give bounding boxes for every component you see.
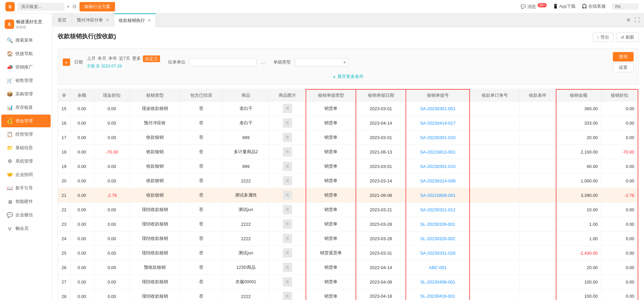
sidebar-item-marketing[interactable]: 📣 营销推广 [1,61,51,74]
refresh-btn[interactable]: ↺ 刷新 [616,33,639,42]
cell-receipt-order-no [470,116,519,130]
voucher-type-label: 单据类型 [273,59,291,65]
sidebar-item-member[interactable]: V 畅会员 [1,222,51,235]
filter-settings-btn[interactable]: 设置 [613,63,634,72]
cell-remainder: 0.00 [70,145,94,159]
cell-cash-discount: 0.00 [94,275,130,289]
online-service-link[interactable]: 🎧 在线客服 [582,3,606,9]
voucher-no-link[interactable]: SA-20230414-017 [420,121,455,126]
sidebar-item-business[interactable]: 📋 经营管理 [1,128,51,141]
user-profile[interactable]: Rit [612,3,639,10]
date-more[interactable]: 更多 [132,55,141,62]
voucher-no-link[interactable]: SL-20230328-002 [420,236,455,241]
table-row: 16 0.00 0.00 预付冲应收 否 老白干 图 销货单 2023-04-1… [58,116,638,130]
business-icon: 📋 [7,131,13,137]
filter-date-range: 不限 至 2023-07-26 [87,63,160,69]
voucher-no-link[interactable]: SA-20210813-001 [420,149,455,155]
cell-writeoff-amount: 10.00 [556,203,601,217]
tab-home[interactable]: 首页 [52,13,72,27]
app-download-link[interactable]: 📱 App下载 [553,3,576,9]
voucher-no-link[interactable]: SA-20230331-026 [420,251,455,256]
sidebar-item-wechat[interactable]: 💬 企业微信 [1,209,51,221]
tab-writeoff-close[interactable]: ✕ [148,18,151,23]
tab-close-all-btn[interactable]: ✕ [625,15,632,25]
table-wrap: ⚙ 余额 现金折扣 核销类型 包含已结清 商品 商品图片 核销单据类型 核销单据… [58,89,639,300]
cell-product: 衣服00001 [223,275,269,289]
sidebar-item-hardware[interactable]: 🖥 智能硬件 [1,195,51,208]
cell-writeoff-amount: 100.00 [556,275,601,289]
cell-product-img: 图 [269,174,306,188]
from-unit-input[interactable] [190,58,257,67]
voucher-type-select[interactable] [295,58,348,67]
filter-arrow-btn[interactable]: » [63,58,70,66]
company-dropdown-icon[interactable]: ▾ [67,4,69,9]
cell-writeoff-discount: 0.00 [601,174,638,188]
cell-product: 123D商品 [223,260,269,275]
sidebar-item-label: 智能硬件 [15,199,33,205]
export-btn[interactable]: ↑ 导出 [593,33,614,42]
cell-writeoff-discount: 0.00 [601,289,638,300]
sidebar-item-basic[interactable]: 📁 基础信息 [1,141,51,154]
sidebar-item-search[interactable]: 🔍 搜索菜单 [1,34,51,47]
sidebar-item-system[interactable]: ⚙ 系统管理 [1,155,51,168]
voucher-no-link[interactable]: SL-20230408-001 [420,280,455,285]
table-row: 25 0.00 0.00 现结收款核销 否 测试jun 图 销货退货单 2023… [58,246,638,260]
guide-icon: 📖 [7,185,13,191]
cell-receipt-order-no [470,246,519,260]
col-receipt-condition: 收款条件 [519,89,556,101]
date-last-month[interactable]: 上月 [87,55,96,62]
voucher-no-link[interactable]: SA-20210808-001 [420,193,455,198]
filter-expand-btn[interactable]: ∨ 展开更多条件 [63,72,634,81]
cell-writeoff-type: 现结收款核销 [130,289,180,300]
sidebar-item-inventory[interactable]: 📊 库存核算 [1,101,51,114]
sidebar-item-guide[interactable]: 📖 新手引导 [1,182,51,195]
cell-remainder: 0.00 [70,217,94,231]
table-row: 22 0.00 0.00 现结收款核销 否 测试jun 图 销货单 2023-0… [58,203,638,217]
cell-writeoff-amount: 1.00 [556,217,601,231]
voucher-no-link[interactable]: SA-20230314-008 [420,178,455,183]
sidebar-item-finance[interactable]: 💰 资金管理 [1,115,51,127]
voucher-no-link[interactable]: SA-20230321-012 [420,207,455,212]
date-custom[interactable]: 自定义 [143,55,160,62]
cell-id: 25 [58,246,70,260]
voucher-no-link[interactable]: SA-20230301-010 [420,164,455,169]
date-this-month[interactable]: 本月 [98,55,106,62]
voucher-no-link[interactable]: ABC-001 [429,265,447,270]
col-gear[interactable]: ⚙ [58,89,70,101]
tab-prepay[interactable]: 预付冲应付单 ✕ [72,13,114,27]
cell-cash-discount: 0.00 [94,203,130,217]
cell-writeoff-type: 现金收款核销 [130,101,180,116]
date-this-year[interactable]: 本年 [108,55,117,62]
date-7days[interactable]: 近7天 [119,55,130,62]
top-bar: 6 演示账套... ▾ ⚙ 体验行业方案 💬 消息 99+ 📱 App下载 🎧 … [0,0,644,13]
voucher-no-link[interactable]: SA-20230301-010 [420,135,455,140]
voucher-no-link[interactable]: SA-20230301-001 [420,106,455,111]
voucher-no-link[interactable]: SL-20230418-001 [420,294,455,299]
sidebar-item-collab[interactable]: 🤝 企业协同 [1,168,51,181]
sidebar-item-label: 搜索菜单 [15,37,33,43]
hardware-icon: 🖥 [7,199,13,205]
cell-include-settled: 否 [179,289,222,300]
sidebar-item-purchase[interactable]: 📦 采购管理 [1,88,51,100]
sidebar-item-label: 畅会员 [15,225,29,231]
cell-cash-discount: 0.00 [94,217,130,231]
cell-writeoff-type: 收款核销 [130,188,180,203]
tab-prepay-close[interactable]: ✕ [106,18,109,23]
cell-voucher-no: SA-20230314-008 [406,174,470,188]
message-icon[interactable]: 💬 消息 99+ [521,3,547,10]
page-content: 收款核销执行(按收款) ↑ 导出 ↺ 刷新 » 日期 [52,27,644,300]
query-btn[interactable]: 查询 [613,52,634,61]
filter-dots-1[interactable]: ... [261,59,265,65]
tab-bar-actions: ✕ ⛶ [625,15,644,25]
industry-btn[interactable]: 体验行业方案 [79,2,115,11]
sidebar-item-sales[interactable]: 🛒 销售管理 [1,74,51,87]
sidebar-item-quick[interactable]: 🏠 快捷导航 [1,47,51,60]
sidebar-item-label: 销售管理 [15,78,33,84]
sidebar-item-label: 系统管理 [15,158,33,164]
tab-writeoff[interactable]: 收款核销执行 ✕ [114,13,156,27]
company-selector[interactable]: 演示账套... [17,3,64,11]
settings-icon[interactable]: ⚙ [72,3,77,10]
sidebar-item-label: 资金管理 [15,118,33,124]
tab-expand-btn[interactable]: ⛶ [633,16,641,25]
voucher-no-link[interactable]: SL-20230328-001 [420,222,455,227]
